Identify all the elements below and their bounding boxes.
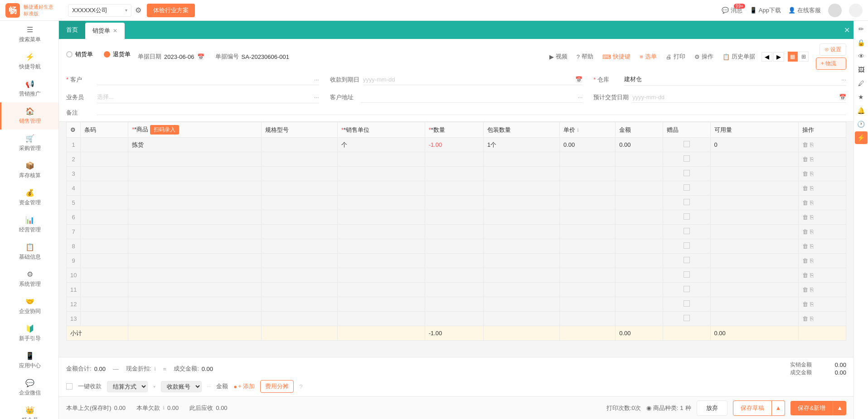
barcode-cell[interactable]	[81, 297, 128, 312]
sidebar-item-operations[interactable]: 📊 经营管理	[0, 211, 58, 238]
delete-icon[interactable]: 🗑	[802, 315, 808, 322]
customer-input[interactable]: ···	[97, 74, 319, 85]
right-tool-history[interactable]: 🕐	[855, 118, 868, 130]
print-btn[interactable]: 🖨 打印	[663, 52, 688, 62]
gift-cell[interactable]	[663, 167, 710, 181]
sidebar-item-enterprise[interactable]: 🤝 企业协同	[0, 293, 58, 320]
qty-cell[interactable]	[425, 167, 483, 181]
pkg-qty-cell[interactable]	[483, 297, 559, 312]
tab-close-icon[interactable]: ✕	[113, 28, 117, 34]
unit-price-cell[interactable]	[559, 297, 615, 312]
goods-cell[interactable]	[128, 268, 262, 283]
amount-cell[interactable]	[616, 225, 663, 239]
pkg-qty-cell[interactable]: 1个	[483, 138, 559, 152]
pkg-qty-cell[interactable]	[483, 239, 559, 254]
gear-icon[interactable]: ⚙	[135, 6, 141, 14]
unit-cell[interactable]	[338, 254, 425, 268]
expected-date-calendar-icon[interactable]: 📅	[839, 94, 846, 101]
pkg-qty-cell[interactable]	[483, 312, 559, 326]
barcode-cell[interactable]	[81, 283, 128, 297]
amount-cell[interactable]	[616, 210, 663, 225]
pkg-qty-cell[interactable]	[483, 254, 559, 268]
unit-cell[interactable]: 个	[338, 138, 425, 152]
sidebar-item-member[interactable]: 👑 畅会员	[0, 401, 58, 419]
right-tool-eye[interactable]: 👁	[855, 50, 868, 63]
spec-cell[interactable]	[262, 239, 338, 254]
spec-cell[interactable]	[262, 297, 338, 312]
sidebar-item-app-center[interactable]: 📱 应用中心	[0, 347, 58, 374]
right-tool-image[interactable]: 🖼	[855, 63, 868, 76]
delete-icon[interactable]: 🗑	[802, 301, 808, 308]
one-click-checkbox[interactable]	[66, 383, 73, 390]
gift-cell[interactable]	[663, 225, 710, 239]
copy-icon[interactable]: ⎘	[810, 185, 814, 192]
goods-cell[interactable]	[128, 225, 262, 239]
delete-icon[interactable]: 🗑	[802, 228, 808, 235]
barcode-cell[interactable]	[81, 181, 128, 196]
filter-btn[interactable]: ≡ 选单	[637, 52, 659, 62]
unit-price-cell[interactable]	[559, 283, 615, 297]
close-window-icon[interactable]: ✕	[844, 26, 850, 34]
unit-cell[interactable]	[338, 152, 425, 167]
copy-icon[interactable]: ⎘	[810, 170, 814, 177]
spec-cell[interactable]	[262, 167, 338, 181]
amount-cell[interactable]	[616, 181, 663, 196]
sidebar-item-inventory[interactable]: 📦 库存核算	[0, 157, 58, 184]
amount-cell[interactable]	[616, 254, 663, 268]
delete-icon[interactable]: 🗑	[802, 170, 808, 177]
qty-cell[interactable]: -1.00	[425, 138, 483, 152]
qty-cell[interactable]	[425, 210, 483, 225]
goods-type[interactable]: ◉ 商品种类: 1 种	[646, 404, 691, 412]
spec-cell[interactable]	[262, 312, 338, 326]
amount-cell[interactable]	[616, 196, 663, 210]
spec-cell[interactable]	[262, 152, 338, 167]
qty-cell[interactable]	[425, 196, 483, 210]
gift-cell[interactable]	[663, 138, 710, 152]
pkg-qty-cell[interactable]	[483, 152, 559, 167]
gift-cell[interactable]	[663, 283, 710, 297]
goods-cell[interactable]	[128, 152, 262, 167]
sidebar-item-basic-info[interactable]: 📋 基础信息	[0, 238, 58, 265]
unit-cell[interactable]	[338, 167, 425, 181]
gift-cell[interactable]	[663, 312, 710, 326]
sidebar-item-guide[interactable]: 🔰 新手引导	[0, 320, 58, 347]
salesperson-input[interactable]: 选择... ···	[97, 91, 319, 103]
pkg-qty-cell[interactable]	[483, 210, 559, 225]
goods-cell[interactable]	[128, 210, 262, 225]
goods-cell[interactable]	[128, 181, 262, 196]
copy-icon[interactable]: ⎘	[810, 286, 814, 293]
amount-cell[interactable]	[616, 268, 663, 283]
message-button[interactable]: 💬 消息 99+	[722, 6, 742, 14]
unit-cell[interactable]	[338, 196, 425, 210]
goods-cell[interactable]	[128, 254, 262, 268]
unit-price-cell[interactable]	[559, 181, 615, 196]
app-download-button[interactable]: 📱 App下载	[750, 6, 781, 14]
barcode-cell[interactable]	[81, 210, 128, 225]
save-new-arrow-btn[interactable]: ▲	[833, 401, 846, 415]
account-select[interactable]: 收款账号	[161, 381, 202, 392]
gift-cell[interactable]	[663, 181, 710, 196]
qty-cell[interactable]	[425, 152, 483, 167]
unit-cell[interactable]	[338, 225, 425, 239]
right-tool-bell[interactable]: 🔔	[855, 104, 868, 117]
unit-price-cell[interactable]	[559, 152, 615, 167]
spec-cell[interactable]	[262, 268, 338, 283]
gift-cell[interactable]	[663, 254, 710, 268]
scan-btn[interactable]: 扫码录入	[150, 125, 179, 135]
unit-price-cell[interactable]	[559, 312, 615, 326]
qty-cell[interactable]	[425, 225, 483, 239]
unit-cell[interactable]	[338, 210, 425, 225]
pkg-qty-cell[interactable]	[483, 196, 559, 210]
flow-btn[interactable]: + 物流	[816, 58, 846, 70]
video-btn[interactable]: ▶ 视频	[547, 52, 570, 62]
pkg-qty-cell[interactable]	[483, 181, 559, 196]
due-date-input[interactable]: yyyy-mm-dd 📅	[363, 74, 583, 85]
prev-btn[interactable]: ◀	[761, 52, 772, 62]
pkg-qty-cell[interactable]	[483, 283, 559, 297]
barcode-cell[interactable]	[81, 138, 128, 152]
setup-btn[interactable]: ⊙ 设置	[820, 43, 846, 56]
sidebar-item-system[interactable]: ⚙ 系统管理	[0, 265, 58, 293]
sidebar-item-search[interactable]: ☰ 搜索菜单	[0, 21, 58, 48]
shortcut-btn[interactable]: ⌨ 快捷键	[600, 52, 633, 62]
goods-cell[interactable]	[128, 239, 262, 254]
